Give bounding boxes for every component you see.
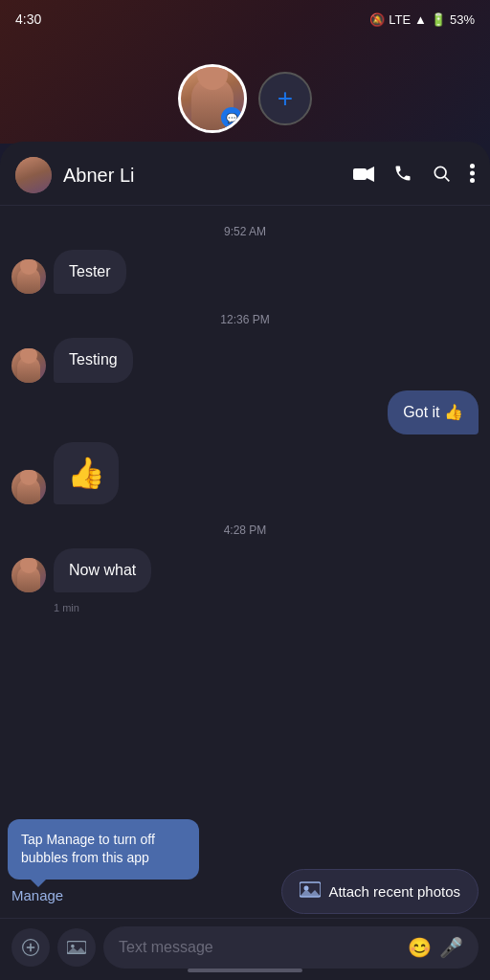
avatar-head-1: [20, 259, 37, 275]
messages-area: 9:52 AM Tester 12:36 PM Testing Got it 👍: [0, 206, 490, 861]
sender-avatar-1: [11, 259, 46, 294]
avatar-body-4: [17, 566, 40, 592]
attach-photos-icon: [300, 880, 321, 903]
svg-point-4: [470, 164, 475, 168]
text-input-container[interactable]: Text message 😊 🎤: [103, 926, 479, 969]
timestamp-2: 12:36 PM: [11, 313, 479, 326]
battery-icon: 🔋: [431, 12, 446, 27]
avatar-body-1: [17, 267, 40, 294]
message-bubble-testing: Testing: [54, 338, 133, 382]
timestamp-3: 4:28 PM: [11, 523, 479, 537]
search-icon[interactable]: [432, 164, 451, 188]
status-bar: 4:30 🔕 LTE ▲ 🔋 53%: [0, 0, 490, 38]
svg-line-3: [445, 176, 450, 181]
tooltip-text: Tap Manage to turn off bubbles from this…: [21, 832, 155, 866]
message-row-tester: Tester: [11, 250, 479, 294]
message-badge: 💬: [221, 107, 242, 128]
avatar-body-3: [17, 478, 40, 504]
svg-marker-1: [367, 167, 374, 182]
header-avatar: [15, 157, 52, 193]
sender-avatar-4: [11, 558, 46, 592]
svg-point-2: [434, 167, 446, 178]
message-row-nowwhat: Now what: [11, 548, 479, 592]
video-call-icon[interactable]: [353, 165, 374, 187]
svg-marker-9: [300, 889, 321, 897]
status-right: 🔕 LTE ▲ 🔋 53%: [369, 12, 475, 27]
timestamp-1: 9:52 AM: [11, 225, 479, 238]
emoji-picker-icon[interactable]: 😊: [408, 936, 432, 959]
sender-avatar-3: [11, 470, 46, 504]
status-time: 4:30: [15, 11, 41, 27]
message-bubble-nowwhat: Now what: [54, 548, 151, 592]
svg-point-14: [71, 945, 75, 948]
avatar-head-3: [20, 470, 37, 485]
more-options-icon[interactable]: [470, 164, 475, 188]
svg-marker-15: [67, 947, 86, 953]
signal-icon: ▲: [414, 12, 427, 27]
add-icon: +: [278, 83, 293, 114]
chat-header: Abner Li: [0, 142, 490, 206]
contact-name: Abner Li: [63, 165, 353, 187]
add-attachment-button[interactable]: [11, 928, 50, 967]
mute-icon: 🔕: [369, 12, 385, 27]
avatar-head-4: [20, 558, 37, 573]
avatar-head-2: [20, 348, 37, 364]
mic-icon[interactable]: 🎤: [439, 936, 463, 959]
battery-label: 53%: [450, 12, 475, 27]
sender-avatar-2: [11, 348, 46, 383]
message-bubble-tester: Tester: [54, 250, 126, 294]
text-input-placeholder: Text message: [119, 939, 400, 956]
attach-label: Attach recent photos: [328, 883, 460, 900]
message-bubble-emoji: 👍: [54, 442, 119, 504]
message-time-nowwhat: 1 min: [54, 602, 479, 613]
add-bubble-button[interactable]: +: [258, 72, 312, 125]
contact-bubble[interactable]: 💬: [178, 64, 247, 133]
attach-photos-button[interactable]: Attach recent photos: [281, 869, 479, 914]
message-bubble-gotit: Got it 👍: [388, 390, 479, 434]
manage-button[interactable]: Manage: [8, 887, 199, 903]
home-indicator: [188, 969, 302, 972]
signal-label: LTE: [389, 12, 411, 27]
svg-point-6: [470, 178, 475, 183]
message-row-testing: Testing: [11, 338, 479, 382]
tooltip-area: Tap Manage to turn off bubbles from this…: [8, 819, 199, 903]
bubble-launcher-area: 💬 +: [0, 46, 490, 151]
tooltip-bubble: Tap Manage to turn off bubbles from this…: [8, 819, 199, 880]
message-row-gotit: Got it 👍: [11, 390, 479, 434]
phone-icon[interactable]: [393, 164, 412, 188]
header-icons: [353, 164, 475, 188]
message-row-thumbsup: 👍: [11, 442, 479, 504]
media-attach-button[interactable]: [57, 928, 96, 967]
svg-point-5: [470, 170, 475, 175]
avatar-body-2: [17, 356, 40, 383]
svg-rect-0: [353, 168, 367, 180]
avatar-head: [197, 64, 228, 90]
